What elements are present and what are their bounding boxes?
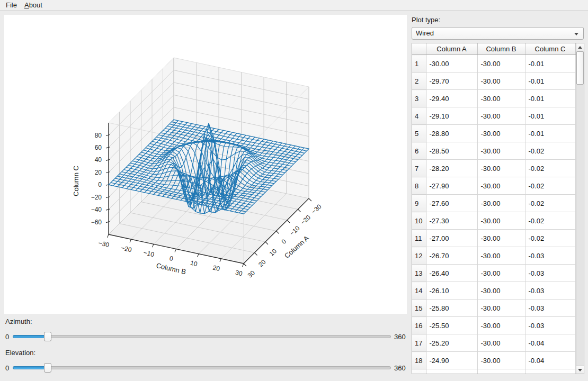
azimuth-slider-handle[interactable] <box>44 332 51 341</box>
table-cell[interactable]: -0.01 <box>525 107 575 125</box>
table-cell[interactable]: -28.20 <box>426 160 477 177</box>
table-cell[interactable]: -30.00 <box>477 142 525 160</box>
table-cell[interactable]: -30.00 <box>477 369 525 375</box>
table-cell[interactable]: -30.00 <box>477 265 525 282</box>
table-cell[interactable]: -30.00 <box>477 334 525 352</box>
table-cell[interactable]: -0.01 <box>525 72 575 90</box>
row-number[interactable]: 5 <box>412 125 426 142</box>
table-row: 1-30.00-30.00-0.01 <box>412 55 575 72</box>
plot-type-combobox[interactable]: Wired <box>412 27 584 40</box>
table-cell[interactable]: -29.70 <box>426 72 477 90</box>
scrollbar-thumb[interactable] <box>576 51 584 85</box>
table-cell[interactable]: -28.80 <box>426 125 477 142</box>
table-cell[interactable]: -0.02 <box>525 160 575 177</box>
table-cell[interactable]: -26.70 <box>426 247 477 265</box>
table-cell[interactable]: -0.03 <box>525 282 575 300</box>
table-cell[interactable]: -26.40 <box>426 265 477 282</box>
row-number[interactable]: 4 <box>412 107 426 125</box>
table-cell[interactable]: -25.20 <box>426 334 477 352</box>
menu-item-file[interactable]: File <box>2 1 21 10</box>
table-cell[interactable]: -30.00 <box>477 177 525 195</box>
table-cell[interactable]: -27.60 <box>426 195 477 212</box>
row-number[interactable]: 9 <box>412 195 426 212</box>
elevation-slider[interactable] <box>13 363 391 373</box>
row-number[interactable]: 1 <box>412 55 426 72</box>
row-number[interactable]: 7 <box>412 160 426 177</box>
table-cell[interactable]: -0.02 <box>525 195 575 212</box>
row-number[interactable]: 19 <box>412 369 426 375</box>
table-cell[interactable]: -30.00 <box>477 230 525 247</box>
table-cell[interactable]: -0.03 <box>525 265 575 282</box>
table-cell[interactable]: -30.00 <box>477 125 525 142</box>
elevation-slider-handle[interactable] <box>44 363 51 373</box>
row-number[interactable]: 11 <box>412 230 426 247</box>
plot-canvas-svg[interactable]: −60−40−20020406080−30−20−100102030−30−20… <box>4 15 407 314</box>
row-number[interactable]: 12 <box>412 247 426 265</box>
table-cell[interactable]: -30.00 <box>477 55 525 72</box>
table-cell[interactable]: -30.00 <box>477 282 525 300</box>
plot-figure: −60−40−20020406080−30−20−100102030−30−20… <box>4 15 407 314</box>
svg-text:30: 30 <box>235 269 243 278</box>
table-cell[interactable]: -0.01 <box>525 125 575 142</box>
row-number[interactable]: 6 <box>412 142 426 160</box>
table-cell[interactable]: -0.03 <box>525 317 575 334</box>
table-cell[interactable]: -30.00 <box>477 90 525 107</box>
svg-text:30: 30 <box>246 269 257 279</box>
row-number[interactable]: 14 <box>412 282 426 300</box>
table-cell[interactable]: -29.10 <box>426 107 477 125</box>
table-cell[interactable]: -0.01 <box>525 90 575 107</box>
table-cell[interactable]: -30.00 <box>477 317 525 334</box>
azimuth-label: Azimuth: <box>5 318 32 325</box>
table-cell[interactable]: -28.50 <box>426 142 477 160</box>
table-corner-cell[interactable] <box>412 43 426 55</box>
table-cell[interactable]: -0.04 <box>525 334 575 352</box>
table-cell[interactable]: -29.40 <box>426 90 477 107</box>
row-number[interactable]: 3 <box>412 90 426 107</box>
table-cell[interactable]: -30.00 <box>477 300 525 317</box>
table-cell[interactable]: -24.60 <box>426 369 477 375</box>
table-cell[interactable]: -30.00 <box>477 352 525 369</box>
scroll-down-button[interactable] <box>576 366 584 374</box>
table-cell[interactable]: -30.00 <box>477 212 525 230</box>
table-cell[interactable]: -27.00 <box>426 230 477 247</box>
row-number[interactable]: 10 <box>412 212 426 230</box>
table-header-column-a[interactable]: Column A <box>426 43 477 55</box>
row-number[interactable]: 13 <box>412 265 426 282</box>
table-cell[interactable]: -30.00 <box>477 107 525 125</box>
table-cell[interactable]: -0.02 <box>525 177 575 195</box>
table-cell[interactable]: -26.10 <box>426 282 477 300</box>
row-number[interactable]: 8 <box>412 177 426 195</box>
table-row: 19-24.60-30.00-0.04 <box>412 369 575 375</box>
table-header-column-c[interactable]: Column C <box>525 43 575 55</box>
scroll-up-button[interactable] <box>576 43 584 51</box>
elevation-slider-groove[interactable] <box>13 366 391 369</box>
table-cell[interactable]: -30.00 <box>477 160 525 177</box>
row-number[interactable]: 15 <box>412 300 426 317</box>
table-cell[interactable]: -0.04 <box>525 352 575 369</box>
table-cell[interactable]: -30.00 <box>477 195 525 212</box>
row-number[interactable]: 18 <box>412 352 426 369</box>
table-cell[interactable]: -25.80 <box>426 300 477 317</box>
table-cell[interactable]: -0.02 <box>525 212 575 230</box>
table-cell[interactable]: -27.90 <box>426 177 477 195</box>
table-cell[interactable]: -30.00 <box>477 247 525 265</box>
table-header-column-b[interactable]: Column B <box>477 43 525 55</box>
row-number[interactable]: 17 <box>412 334 426 352</box>
table-cell[interactable]: -0.03 <box>525 247 575 265</box>
row-number[interactable]: 16 <box>412 317 426 334</box>
azimuth-slider-groove[interactable] <box>13 335 391 338</box>
table-cell[interactable]: -0.03 <box>525 300 575 317</box>
table-cell[interactable]: -0.02 <box>525 230 575 247</box>
row-number[interactable]: 2 <box>412 72 426 90</box>
azimuth-slider[interactable] <box>13 332 391 341</box>
table-cell[interactable]: -0.02 <box>525 142 575 160</box>
table-cell[interactable]: -25.50 <box>426 317 477 334</box>
vertical-scrollbar[interactable] <box>576 43 584 374</box>
menu-item-about[interactable]: About <box>21 1 46 10</box>
table-cell[interactable]: -0.01 <box>525 55 575 72</box>
table-cell[interactable]: -30.00 <box>426 55 477 72</box>
table-cell[interactable]: -27.30 <box>426 212 477 230</box>
table-cell[interactable]: -30.00 <box>477 72 525 90</box>
table-cell[interactable]: -24.90 <box>426 352 477 369</box>
table-cell[interactable]: -0.04 <box>525 369 575 375</box>
